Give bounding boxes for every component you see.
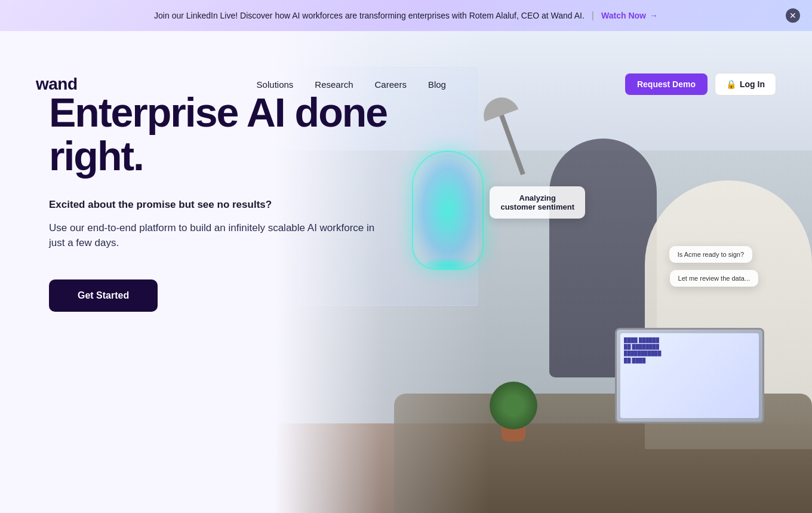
plant-decoration: [490, 376, 537, 441]
close-icon: ✕: [789, 11, 796, 20]
hero-content: Enterprise AI done right. Excited about …: [49, 91, 389, 312]
banner-divider: |: [592, 10, 594, 21]
nav-blog[interactable]: Blog: [428, 79, 446, 90]
nav-careers[interactable]: Careers: [375, 79, 407, 90]
chat-card-acme: Is Acme ready to sign?: [669, 246, 752, 263]
nav-solutions[interactable]: Solutions: [257, 79, 294, 90]
desk-lamp: [521, 103, 525, 174]
hero-section: ████ ██████ ██ ████████ ███████████ ██ █…: [0, 31, 812, 513]
login-button[interactable]: 🔒 Log In: [715, 73, 776, 96]
hologram-body: [412, 150, 484, 270]
hero-subtitle-1: Excited about the promise but see no res…: [49, 198, 389, 212]
navbar: wand Solutions Research Careers Blog Req…: [0, 62, 812, 106]
banner-watch-now-link[interactable]: Watch Now →: [601, 11, 658, 20]
banner-close-button[interactable]: ✕: [786, 8, 800, 23]
announcement-banner: Join our LinkedIn Live! Discover how AI …: [0, 0, 812, 31]
banner-text: Join our LinkedIn Live! Discover how AI …: [154, 11, 585, 20]
request-demo-button[interactable]: Request Demo: [625, 73, 708, 95]
lock-icon: 🔒: [726, 79, 736, 89]
plant-leaves: [490, 382, 537, 429]
analyzing-card-title: Analyzing customer sentiment: [500, 193, 574, 211]
nav-links: Solutions Research Careers Blog: [257, 79, 446, 90]
banner-cta-label: Watch Now: [601, 11, 646, 20]
nav-actions: Request Demo 🔒 Log In: [625, 73, 776, 96]
hero-subtitle-2: Use our end-to-end platform to build an …: [49, 220, 389, 251]
chat-card-review: Let me review the data...: [670, 270, 758, 287]
get-started-button[interactable]: Get Started: [49, 279, 158, 312]
banner-cta-arrow: →: [650, 11, 658, 20]
nav-research[interactable]: Research: [315, 79, 353, 90]
logo-text: wand: [36, 75, 78, 94]
ai-hologram: [394, 150, 502, 318]
logo[interactable]: wand: [36, 75, 78, 94]
hologram-glow: [418, 257, 478, 270]
analyzing-card: Analyzing customer sentiment: [490, 186, 585, 219]
